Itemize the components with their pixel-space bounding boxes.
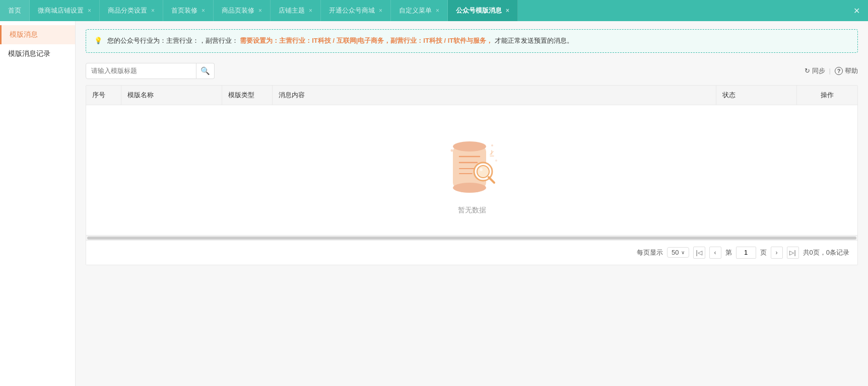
nav-tab-label-5: 店铺主题 (279, 6, 305, 15)
prev-page-button[interactable]: ‹ (709, 247, 721, 259)
last-page-button[interactable]: ▷| (787, 247, 799, 259)
nav-tab-8[interactable]: 公众号模版消息× (448, 0, 518, 21)
top-nav: 首页微商城店铺设置×商品分类设置×首页装修×商品页装修×店铺主题×开通公众号商城… (0, 0, 868, 21)
per-page-value: 50 (672, 249, 679, 256)
search-input[interactable] (86, 63, 196, 79)
scrollbar-thumb[interactable] (87, 237, 856, 240)
page-total: 共0页，0条记录 (803, 248, 849, 257)
notice-box: 💡 您的公众号行业为：主营行业：，副营行业： 需要设置为：主营行业：IT科技 /… (86, 29, 858, 53)
nav-tab-label-8: 公众号模版消息 (456, 6, 502, 15)
sync-icon: ↻ (805, 67, 810, 74)
per-page-select[interactable]: 50 ∨ (667, 247, 689, 258)
nav-tab-close-5[interactable]: × (309, 7, 312, 14)
page-suffix: 页 (760, 248, 767, 257)
next-page-icon: › (776, 249, 778, 256)
svg-line-10 (489, 177, 494, 183)
empty-state: 暂无数据 (86, 105, 857, 235)
nav-tab-6[interactable]: 开通公众号商城× (321, 0, 391, 21)
nav-tab-close-4[interactable]: × (258, 7, 262, 14)
nav-tab-5[interactable]: 店铺主题× (271, 0, 321, 21)
notice-highlight: 需要设置为：主营行业：IT科技 / 互联网|电子商务，副营行业：IT科技 / I… (240, 37, 493, 44)
per-page-label: 每页显示 (637, 248, 663, 257)
col-header-action: 操作 (797, 86, 857, 105)
nav-tab-1[interactable]: 微商城店铺设置× (30, 0, 100, 21)
nav-tab-label-1: 微商城店铺设置 (38, 6, 84, 15)
notice-icon: 💡 (94, 37, 102, 44)
nav-tab-close-3[interactable]: × (202, 7, 205, 14)
nav-tab-label-2: 商品分类设置 (108, 6, 147, 15)
col-header-seq: 序号 (86, 86, 121, 105)
page-number-input[interactable] (736, 247, 756, 259)
nav-tab-label-7: 自定义菜单 (399, 6, 432, 15)
svg-point-12 (450, 149, 453, 151)
nav-tab-label-3: 首页装修 (171, 6, 197, 15)
close-all-button[interactable]: ✕ (845, 6, 868, 16)
next-page-button[interactable]: › (771, 247, 783, 259)
nav-tab-3[interactable]: 首页装修× (163, 0, 214, 21)
first-page-button[interactable]: |◁ (693, 247, 705, 259)
nav-tab-close-8[interactable]: × (506, 7, 509, 14)
nav-tab-2[interactable]: 商品分类设置× (100, 0, 163, 21)
help-label: 帮助 (845, 66, 858, 75)
table-header: 序号 模版名称 模版类型 消息内容 状态 操作 (86, 86, 857, 105)
sidebar-item-0[interactable]: 模版消息 (0, 25, 75, 44)
prev-page-icon: ‹ (714, 249, 716, 256)
nav-tab-label-6: 开通公众号商城 (329, 6, 375, 15)
horizontal-scrollbar[interactable] (86, 235, 857, 240)
search-bar: 🔍 ↻ 同步 | ? 帮助 (86, 63, 858, 79)
sidebar: 模版消息模版消息记录 (0, 21, 76, 386)
svg-point-11 (480, 168, 483, 171)
sidebar-item-1[interactable]: 模版消息记录 (0, 44, 75, 63)
nav-tab-7[interactable]: 自定义菜单× (391, 0, 448, 21)
nav-tab-close-6[interactable]: × (379, 7, 382, 14)
col-header-status: 状态 (716, 86, 797, 105)
sync-button[interactable]: ↻ 同步 (805, 66, 825, 75)
nav-tab-close-1[interactable]: × (88, 7, 91, 14)
empty-illustration (442, 135, 502, 196)
col-header-type: 模版类型 (222, 86, 273, 105)
svg-point-3 (453, 183, 486, 193)
page-label: 第 (725, 248, 732, 257)
svg-point-13 (491, 144, 493, 146)
svg-point-14 (495, 160, 497, 162)
divider: | (829, 67, 831, 74)
col-header-name: 模版名称 (121, 86, 222, 105)
empty-text: 暂无数据 (458, 206, 486, 215)
nav-tab-4[interactable]: 商品页装修× (214, 0, 271, 21)
nav-tab-close-7[interactable]: × (436, 7, 439, 14)
col-header-content: 消息内容 (273, 86, 716, 105)
search-icon: 🔍 (201, 66, 210, 75)
search-button[interactable]: 🔍 (196, 63, 215, 79)
main-content: 💡 您的公众号行业为：主营行业：，副营行业： 需要设置为：主营行业：IT科技 /… (76, 21, 868, 386)
nav-tab-0[interactable]: 首页 (0, 0, 30, 21)
svg-point-2 (453, 141, 486, 151)
nav-tab-close-2[interactable]: × (151, 7, 155, 14)
pagination: 每页显示 50 ∨ |◁ ‹ 第 页 › ▷| (86, 240, 857, 265)
empty-svg-icon (442, 135, 502, 196)
help-circle-icon: ? (835, 67, 843, 75)
table-container: 序号 模版名称 模版类型 消息内容 状态 操作 (86, 85, 858, 265)
sync-label: 同步 (812, 66, 825, 75)
nav-tab-label-0: 首页 (8, 6, 21, 15)
toolbar-right: ↻ 同步 | ? 帮助 (805, 66, 858, 75)
notice-suffix: 才能正常发送预置的消息。 (495, 37, 573, 44)
chevron-down-icon: ∨ (681, 250, 685, 255)
help-button[interactable]: ? 帮助 (835, 66, 858, 75)
last-page-icon: ▷| (789, 249, 795, 256)
layout: 模版消息模版消息记录 💡 您的公众号行业为：主营行业：，副营行业： 需要设置为：… (0, 21, 868, 386)
notice-prefix: 您的公众号行业为：主营行业：，副营行业： (107, 37, 238, 44)
svg-point-9 (477, 166, 489, 178)
first-page-icon: |◁ (696, 249, 702, 256)
nav-tab-label-4: 商品页装修 (222, 6, 254, 15)
